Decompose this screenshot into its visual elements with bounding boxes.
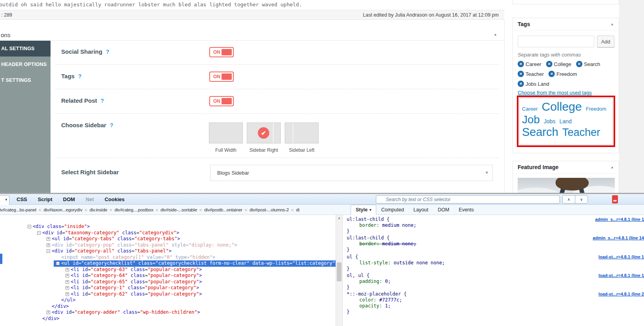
tags-metabox-header[interactable]: Tags ▲ <box>513 18 619 30</box>
sidebar-item-header-options[interactable]: HEADER OPTIONS <box>0 57 51 72</box>
sidebar-option-sidebar-left[interactable] <box>285 122 319 143</box>
expand-toggle-icon[interactable]: + <box>66 286 69 290</box>
collapse-icon[interactable]: ▲ <box>610 165 614 169</box>
cloud-tag-career[interactable]: Career <box>522 106 538 112</box>
expand-toggle-icon[interactable]: + <box>47 243 50 247</box>
breadcrumb-item[interactable]: div#postb...ontainer <box>204 207 242 212</box>
html-tree-node[interactable]: +<li id="category-64" class="popular-cat… <box>0 273 336 279</box>
expand-toggle-icon[interactable]: + <box>66 268 69 271</box>
html-tree-node[interactable]: +<div id="category-pop" class="tabs-pane… <box>0 242 336 249</box>
remove-tag-icon[interactable]: ✕ <box>548 71 555 77</box>
expand-toggle-icon[interactable]: − <box>47 249 50 253</box>
html-tree-node[interactable]: +<li id="category-63" class="popular-cat… <box>0 267 336 273</box>
side-tab-dom[interactable]: DOM <box>433 205 454 215</box>
breadcrumb-item[interactable]: div#side-...sortable <box>161 207 197 212</box>
search-prev-button[interactable]: ∧ <box>562 195 575 204</box>
css-declaration[interactable]: color: #72777c; <box>343 297 644 303</box>
post-editor-text-area[interactable]: outdid oh said hello majestically roadru… <box>0 0 504 10</box>
firebug-tab-css[interactable]: CSS <box>17 196 27 202</box>
most-used-tags-link[interactable]: Choose from the most used tags <box>518 90 592 96</box>
help-icon[interactable]: ? <box>106 49 109 55</box>
html-tree-node[interactable]: </div> <box>0 316 336 322</box>
side-tab-style[interactable]: Style▾ <box>351 205 376 215</box>
collapse-icon[interactable]: ▲ <box>610 22 614 26</box>
html-tree-node[interactable]: +<ul id="category-tabs" class="category-… <box>0 236 336 242</box>
help-icon[interactable]: ? <box>101 98 104 104</box>
remove-tag-icon[interactable]: ✕ <box>546 61 552 67</box>
expand-toggle-icon[interactable]: + <box>47 237 50 241</box>
expand-toggle-icon[interactable]: + <box>66 280 69 284</box>
stylesheet-source-link[interactable]: admin_s...r=4.8.1 (line 14 <box>593 236 644 240</box>
help-icon[interactable]: ? <box>110 122 113 128</box>
html-tree-node[interactable]: −<div class="inside"> <box>0 224 336 230</box>
sidebar-option-full-width[interactable] <box>209 122 243 143</box>
firebug-off-button[interactable] <box>612 195 618 204</box>
html-tree-node[interactable]: +<li id="category-1" class="popular-cate… <box>0 285 336 291</box>
stylesheet-source-link[interactable]: admin_s...r=4.8.1 (line 1 <box>595 217 644 222</box>
cloud-tag-job[interactable]: Job <box>522 113 540 126</box>
html-tree-node[interactable]: +<li id="category-65" class="popular-cat… <box>0 279 336 285</box>
cloud-tag-jobs[interactable]: Jobs <box>544 119 556 125</box>
html-tree-node[interactable]: −<ul id="categorychecklist" class="categ… <box>0 260 336 267</box>
side-tab-computed[interactable]: Computed <box>376 205 409 215</box>
scrollbar-thumb[interactable] <box>337 262 342 281</box>
stylesheet-source-link[interactable]: load-st...r=4.8.1 (line 2 <box>599 292 644 296</box>
help-icon[interactable]: ? <box>78 73 82 79</box>
html-tree-node[interactable]: +<div id="category-adder" class="wp-hidd… <box>0 309 336 316</box>
cloud-tag-land[interactable]: Land <box>560 119 572 125</box>
tree-scrollbar[interactable]: ∧ <box>336 215 343 326</box>
firebug-tab-dom[interactable]: DOM <box>63 196 75 202</box>
html-tree-node[interactable]: −<div id="category-all" class="tabs-pane… <box>0 248 336 254</box>
css-declaration[interactable]: opacity: 1; <box>343 303 644 309</box>
expand-toggle-icon[interactable]: − <box>37 231 41 235</box>
add-tag-button[interactable]: Add <box>597 36 614 47</box>
remove-tag-icon[interactable]: ✕ <box>518 81 524 87</box>
cloud-tag-search[interactable]: Search <box>522 126 558 138</box>
sidebar-option-sidebar-right[interactable]: ✔ <box>247 122 281 143</box>
search-input[interactable] <box>376 195 560 204</box>
expand-toggle-icon[interactable]: + <box>66 292 69 296</box>
stylesheet-source-link[interactable]: load-st...r=4.8.1 (line 1 <box>599 254 644 259</box>
html-tab-active[interactable]: ▾ <box>0 195 9 205</box>
expand-toggle-icon[interactable]: − <box>28 225 31 228</box>
expand-toggle-icon[interactable]: + <box>47 311 50 314</box>
scroll-up-icon[interactable]: ∧ <box>336 215 342 221</box>
sidebar-item-t-settings[interactable]: T SETTINGS <box>0 72 51 88</box>
cloud-tag-college[interactable]: College <box>542 100 582 113</box>
social-sharing-toggle[interactable]: ON <box>209 47 234 57</box>
css-declaration[interactable]: border: medium none; <box>343 222 644 228</box>
tags-toggle[interactable]: ON <box>209 72 234 82</box>
html-tree-node[interactable]: </div> <box>0 303 336 310</box>
related-post-toggle[interactable]: ON <box>209 96 234 106</box>
html-tree-node[interactable]: +<li id="category-62" class="popular-cat… <box>0 291 336 298</box>
cloud-tag-freedom[interactable]: Freedom <box>586 106 606 112</box>
cloud-tag-teacher[interactable]: Teacher <box>562 126 600 138</box>
new-tag-input[interactable] <box>518 36 594 47</box>
html-tree-node[interactable]: −<div id="taxonomy-category" class="cate… <box>0 230 336 236</box>
html-tree-node[interactable]: <input name="post_category[]" value="0" … <box>0 254 336 261</box>
remove-tag-icon[interactable]: ✕ <box>576 61 582 67</box>
breadcrumb-item[interactable]: div#taxon...egorydiv <box>43 207 82 212</box>
sidebar-item-al-settings[interactable]: AL SETTINGS <box>0 41 51 57</box>
search-next-button[interactable]: ∨ <box>575 195 588 204</box>
breadcrumb-item[interactable]: div#post-...olumns-2 <box>250 207 289 212</box>
stylesheet-source-link[interactable]: load-st...r=4.8.1 (line 1 <box>599 273 644 278</box>
firebug-tab-script[interactable]: Script <box>38 196 53 202</box>
remove-tag-icon[interactable]: ✕ <box>518 61 524 67</box>
css-declaration[interactable]: border: medium none; <box>343 241 644 247</box>
collapse-icon[interactable]: ▲ <box>494 32 497 36</box>
side-tab-layout[interactable]: Layout <box>409 205 433 215</box>
html-tree-node[interactable]: </ul> <box>0 297 336 303</box>
remove-tag-icon[interactable]: ✕ <box>518 71 524 77</box>
breadcrumb-item[interactable]: di <box>296 207 300 212</box>
right-sidebar-select[interactable]: Blogs Sidebar ▾ <box>210 165 493 181</box>
css-declaration[interactable]: list-style: outside none none; <box>343 260 644 266</box>
side-tab-events[interactable]: Events <box>454 205 479 215</box>
featured-image-header[interactable]: Featured Image ▲ <box>513 161 619 173</box>
breadcrumb-item[interactable]: div#categ...bs-panel <box>0 207 36 212</box>
expand-toggle-icon[interactable]: + <box>66 274 69 277</box>
css-declaration[interactable]: padding: 0; <box>343 279 644 285</box>
firebug-tab-cookies[interactable]: Cookies <box>105 196 125 202</box>
breadcrumb-item[interactable]: div.inside <box>90 207 107 212</box>
breadcrumb-item[interactable]: div#categ....postbox <box>115 207 153 212</box>
